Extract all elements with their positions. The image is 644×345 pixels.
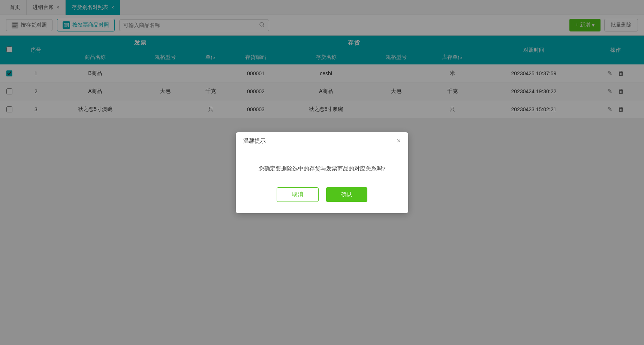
- modal-cancel-btn[interactable]: 取消: [277, 187, 319, 202]
- modal-title: 温馨提示: [243, 137, 266, 145]
- modal-message: 您确定要删除选中的存货与发票商品的对应关系吗?: [259, 165, 385, 172]
- modal-header: 温馨提示 ×: [236, 132, 408, 150]
- modal-confirm-btn[interactable]: 确认: [326, 187, 367, 202]
- modal-body: 您确定要删除选中的存货与发票商品的对应关系吗?: [236, 150, 408, 184]
- modal-overlay: 温馨提示 × 您确定要删除选中的存货与发票商品的对应关系吗? 取消 确认: [0, 0, 644, 345]
- modal-footer: 取消 确认: [236, 184, 408, 213]
- modal-close-btn[interactable]: ×: [397, 137, 401, 144]
- confirm-modal: 温馨提示 × 您确定要删除选中的存货与发票商品的对应关系吗? 取消 确认: [236, 132, 408, 213]
